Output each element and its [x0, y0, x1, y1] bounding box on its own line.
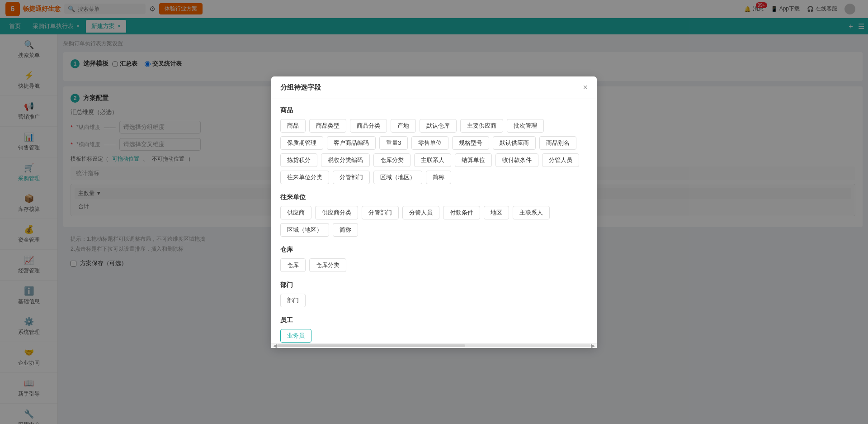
field-tags-employee: 业务员	[280, 329, 588, 343]
section-goods-title: 商品	[280, 106, 588, 114]
modal-close-button[interactable]: ×	[583, 83, 588, 92]
field-region2[interactable]: 区域（地区）	[280, 223, 329, 237]
field-tax-code[interactable]: 税收分类编码	[321, 153, 370, 167]
field-expiry[interactable]: 保质期管理	[280, 136, 323, 150]
field-pick-points[interactable]: 拣货积分	[280, 153, 317, 167]
field-warehouse[interactable]: 仓库	[280, 258, 306, 272]
section-employee-title: 员工	[280, 316, 588, 324]
field-salesperson[interactable]: 业务员	[280, 329, 311, 343]
field-main-supplier[interactable]: 主要供应商	[460, 119, 503, 133]
section-partner: 往来单位 供应商 供应商分类 分管部门 分管人员 付款条件 地区 主联系人 区域…	[280, 193, 588, 237]
field-dept[interactable]: 分管部门	[333, 171, 370, 184]
field-supervisor2[interactable]: 分管人员	[402, 206, 439, 219]
field-settlement-unit[interactable]: 结算单位	[455, 153, 492, 167]
modal-title: 分组待选字段	[280, 83, 321, 92]
field-customer-code[interactable]: 客户商品编码	[327, 136, 376, 150]
field-supervisor[interactable]: 分管人员	[542, 153, 579, 167]
field-department[interactable]: 部门	[280, 294, 306, 307]
h-scroll-thumb[interactable]	[277, 344, 465, 347]
horizontal-scrollbar: ◀ ▶	[271, 343, 597, 348]
field-region[interactable]: 区域（地区）	[373, 171, 422, 184]
field-payment-terms[interactable]: 收付款条件	[495, 153, 538, 167]
field-supplier-cat[interactable]: 供应商分类	[315, 206, 358, 219]
section-goods: 商品 商品 商品类型 商品分类 产地 默认仓库 主要供应商 批次管理 保质期管理…	[280, 106, 588, 184]
field-short-name2[interactable]: 简称	[333, 223, 358, 237]
field-main-contact2[interactable]: 主联系人	[513, 206, 550, 219]
field-tags-dept: 部门	[280, 294, 588, 307]
field-spec-model[interactable]: 规格型号	[452, 136, 489, 150]
field-short-name[interactable]: 简称	[426, 171, 451, 184]
section-partner-title: 往来单位	[280, 193, 588, 201]
field-warehouse-category[interactable]: 仓库分类	[373, 153, 410, 167]
scroll-right-arrow[interactable]: ▶	[591, 343, 595, 349]
modal: 分组待选字段 × 商品 商品 商品类型 商品分类 产地 默认仓库 主要供应商 批…	[271, 76, 597, 348]
h-scroll-track	[277, 344, 591, 347]
section-warehouse-title: 仓库	[280, 246, 588, 254]
field-default-warehouse[interactable]: 默认仓库	[420, 119, 457, 133]
field-main-contact[interactable]: 主联系人	[414, 153, 451, 167]
scroll-left-arrow[interactable]: ◀	[273, 343, 277, 349]
field-goods-category[interactable]: 商品分类	[350, 119, 387, 133]
field-partner-category[interactable]: 往来单位分类	[280, 171, 329, 184]
field-area[interactable]: 地区	[484, 206, 509, 219]
field-tags-warehouse: 仓库 仓库分类	[280, 258, 588, 272]
field-batch[interactable]: 批次管理	[507, 119, 544, 133]
field-goods-alias[interactable]: 商品别名	[539, 136, 576, 150]
modal-header: 分组待选字段 ×	[271, 76, 597, 99]
modal-body: 商品 商品 商品类型 商品分类 产地 默认仓库 主要供应商 批次管理 保质期管理…	[271, 99, 597, 343]
field-warehouse-cat[interactable]: 仓库分类	[309, 258, 346, 272]
field-weight[interactable]: 重量3	[379, 136, 408, 150]
field-origin[interactable]: 产地	[391, 119, 416, 133]
field-supplier[interactable]: 供应商	[280, 206, 311, 219]
field-tags-goods: 商品 商品类型 商品分类 产地 默认仓库 主要供应商 批次管理 保质期管理 客户…	[280, 119, 588, 184]
field-goods[interactable]: 商品	[280, 119, 306, 133]
field-goods-type[interactable]: 商品类型	[309, 119, 346, 133]
field-default-supplier[interactable]: 默认供应商	[493, 136, 536, 150]
modal-overlay[interactable]: 分组待选字段 × 商品 商品 商品类型 商品分类 产地 默认仓库 主要供应商 批…	[0, 0, 868, 424]
field-payment-cond[interactable]: 付款条件	[443, 206, 480, 219]
field-retail-unit[interactable]: 零售单位	[411, 136, 448, 150]
section-dept-title: 部门	[280, 281, 588, 289]
field-dept2[interactable]: 分管部门	[362, 206, 399, 219]
section-warehouse: 仓库 仓库 仓库分类	[280, 246, 588, 272]
section-employee: 员工 业务员	[280, 316, 588, 343]
field-tags-partner: 供应商 供应商分类 分管部门 分管人员 付款条件 地区 主联系人 区域（地区） …	[280, 206, 588, 237]
section-dept: 部门 部门	[280, 281, 588, 307]
